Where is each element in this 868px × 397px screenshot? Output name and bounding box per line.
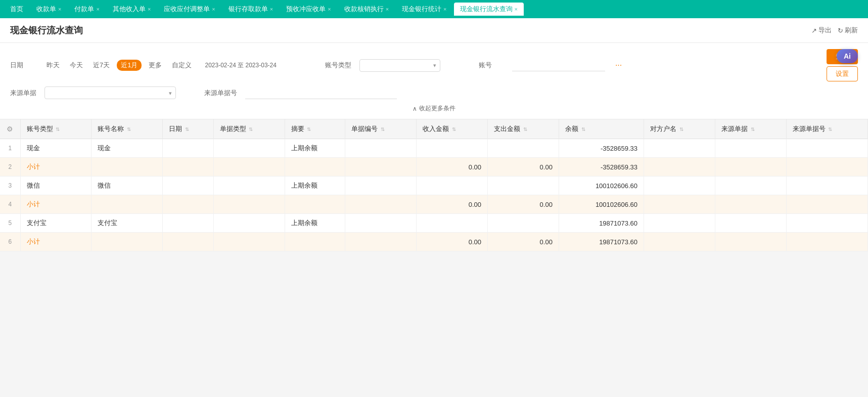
sort-expense-icon: ⇅ bbox=[523, 126, 527, 132]
source-doc-select[interactable]: 收款单 付款单 bbox=[44, 86, 176, 99]
sort-doc-no-icon: ⇅ bbox=[381, 126, 385, 132]
column-summary[interactable]: 摘要 ⇅ bbox=[285, 119, 345, 139]
cell-summary bbox=[285, 233, 345, 251]
table-row: 3 微信 微信 上期余额 100102606.60 bbox=[0, 177, 868, 195]
account-type-select[interactable]: 现金 微信 支付宝 bbox=[359, 59, 440, 72]
column-source-doc-no[interactable]: 来源单据号 ⇅ bbox=[786, 119, 867, 139]
cell-doc-no bbox=[345, 158, 417, 177]
cell-expense: 0.00 bbox=[488, 195, 559, 214]
account-type-select-wrapper: 现金 微信 支付宝 bbox=[359, 59, 440, 72]
cell-account-type: 小计 bbox=[20, 233, 92, 251]
column-income[interactable]: 收入金额 ⇅ bbox=[417, 119, 488, 139]
cell-source-doc bbox=[715, 177, 786, 195]
close-payment-icon[interactable]: × bbox=[96, 6, 99, 12]
sort-account-type-icon: ⇅ bbox=[56, 126, 60, 132]
date-more[interactable]: 更多 bbox=[146, 60, 165, 71]
cell-index: 2 bbox=[0, 158, 20, 177]
close-bank-stats-icon[interactable]: × bbox=[443, 6, 446, 12]
cell-source-doc bbox=[715, 233, 786, 251]
cell-account-name bbox=[92, 158, 163, 177]
top-navigation: 首页 收款单 × 付款单 × 其他收入单 × 应收应付调整单 × 银行存取款单 … bbox=[0, 0, 868, 18]
source-doc-select-wrapper: 收款单 付款单 bbox=[44, 86, 176, 99]
close-prepayment-icon[interactable]: × bbox=[328, 6, 331, 12]
nav-other-income[interactable]: 其他收入单 × bbox=[107, 3, 157, 16]
cell-date bbox=[163, 214, 213, 233]
cell-doc-type bbox=[213, 195, 285, 214]
cell-date bbox=[163, 195, 213, 214]
nav-bank-flow[interactable]: 现金银行流水查询 × bbox=[454, 3, 524, 16]
sort-doc-type-icon: ⇅ bbox=[249, 126, 253, 132]
date-7days[interactable]: 近7天 bbox=[90, 60, 113, 71]
close-adjustment-icon[interactable]: × bbox=[212, 6, 215, 12]
close-receipt-icon[interactable]: × bbox=[58, 6, 61, 12]
date-custom[interactable]: 自定义 bbox=[169, 60, 195, 71]
column-account-name[interactable]: 账号名称 ⇅ bbox=[92, 119, 163, 139]
cell-summary: 上期余额 bbox=[285, 177, 345, 195]
table-container: ⚙ 账号类型 ⇅ 账号名称 ⇅ 日期 ⇅ 单据类型 ⇅ 摘要 ⇅ bbox=[0, 119, 868, 251]
cell-account-type: 微信 bbox=[20, 177, 92, 195]
date-1month[interactable]: 近1月 bbox=[117, 60, 142, 71]
close-collection-icon[interactable]: × bbox=[386, 6, 389, 12]
account-type-label: 账号类型 bbox=[325, 61, 351, 70]
sort-account-name-icon: ⇅ bbox=[127, 126, 131, 132]
account-dots-button[interactable]: ··· bbox=[615, 61, 622, 70]
cell-account-name bbox=[92, 233, 163, 251]
column-date[interactable]: 日期 ⇅ bbox=[163, 119, 213, 139]
cell-income bbox=[417, 214, 488, 233]
sort-date-icon: ⇅ bbox=[185, 126, 189, 132]
cell-source-doc-no bbox=[786, 214, 867, 233]
refresh-button[interactable]: ↻ 刷新 bbox=[838, 26, 858, 35]
nav-receipt[interactable]: 收款单 × bbox=[30, 3, 67, 16]
cell-expense bbox=[488, 177, 559, 195]
cell-counterparty bbox=[644, 233, 715, 251]
page-title: 现金银行流水查询 bbox=[10, 24, 83, 36]
source-doc-num-input[interactable] bbox=[245, 87, 397, 99]
cell-source-doc-no bbox=[786, 177, 867, 195]
nav-prepayment[interactable]: 预收冲应收单 × bbox=[280, 3, 337, 16]
collapse-button[interactable]: ∧ 收起更多条件 bbox=[413, 104, 455, 113]
refresh-icon: ↻ bbox=[838, 27, 843, 34]
cell-doc-no bbox=[345, 177, 417, 195]
settings-button[interactable]: 设置 bbox=[827, 66, 858, 81]
nav-payment[interactable]: 付款单 × bbox=[68, 3, 105, 16]
nav-collection[interactable]: 收款核销执行 × bbox=[338, 3, 395, 16]
nav-home[interactable]: 首页 bbox=[4, 3, 29, 16]
date-today[interactable]: 今天 bbox=[67, 60, 86, 71]
collapse-icon: ∧ bbox=[413, 105, 417, 112]
gear-icon[interactable]: ⚙ bbox=[7, 125, 13, 133]
cell-account-name: 现金 bbox=[92, 139, 163, 158]
nav-bank-deposit[interactable]: 银行存取款单 × bbox=[222, 3, 279, 16]
cell-counterparty bbox=[644, 214, 715, 233]
cell-index: 3 bbox=[0, 177, 20, 195]
cell-source-doc bbox=[715, 158, 786, 177]
cell-doc-no bbox=[345, 195, 417, 214]
column-account-type[interactable]: 账号类型 ⇅ bbox=[20, 119, 92, 139]
cell-summary bbox=[285, 158, 345, 177]
column-doc-no[interactable]: 单据编号 ⇅ bbox=[345, 119, 417, 139]
cell-expense: 0.00 bbox=[488, 233, 559, 251]
nav-bank-stats[interactable]: 现金银行统计 × bbox=[396, 3, 452, 16]
cell-account-name bbox=[92, 195, 163, 214]
cell-summary bbox=[285, 195, 345, 214]
cell-source-doc-no bbox=[786, 158, 867, 177]
cell-summary: 上期余额 bbox=[285, 214, 345, 233]
date-yesterday[interactable]: 昨天 bbox=[43, 60, 63, 71]
column-balance[interactable]: 余额 ⇅ bbox=[559, 119, 644, 139]
close-bank-deposit-icon[interactable]: × bbox=[270, 6, 273, 12]
cell-balance: -3528659.33 bbox=[559, 139, 644, 158]
cell-source-doc-no bbox=[786, 195, 867, 214]
column-doc-type[interactable]: 单据类型 ⇅ bbox=[213, 119, 285, 139]
account-input[interactable] bbox=[512, 59, 605, 71]
export-button[interactable]: ↗ 导出 bbox=[811, 26, 832, 35]
sort-summary-icon: ⇅ bbox=[307, 126, 311, 132]
column-gear[interactable]: ⚙ bbox=[0, 119, 20, 139]
column-counterparty[interactable]: 对方户名 ⇅ bbox=[644, 119, 715, 139]
column-expense[interactable]: 支出金额 ⇅ bbox=[488, 119, 559, 139]
cell-income bbox=[417, 177, 488, 195]
column-source-doc[interactable]: 来源单据 ⇅ bbox=[715, 119, 786, 139]
close-bank-flow-icon[interactable]: × bbox=[515, 6, 518, 12]
nav-adjustment[interactable]: 应收应付调整单 × bbox=[158, 3, 221, 16]
ai-badge[interactable]: Ai bbox=[837, 49, 858, 63]
close-other-income-icon[interactable]: × bbox=[148, 6, 151, 12]
cell-balance: 19871073.60 bbox=[559, 214, 644, 233]
